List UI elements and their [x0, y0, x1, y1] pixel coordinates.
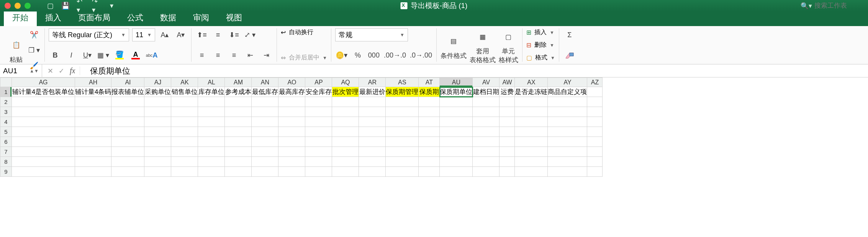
cell-AX6[interactable]	[515, 137, 548, 147]
row-header-4[interactable]: 4	[0, 117, 12, 127]
cell-AR2[interactable]	[359, 97, 386, 107]
number-format-select[interactable]: 常规▼	[335, 28, 408, 41]
cell-AI6[interactable]	[111, 137, 144, 147]
cell-AZ9[interactable]	[587, 167, 603, 177]
cell-AS3[interactable]	[386, 107, 419, 117]
cell-AT1[interactable]: 保质期	[419, 87, 440, 97]
cell-AM8[interactable]	[225, 157, 252, 167]
cell-AO7[interactable]	[278, 147, 305, 157]
cell-AN7[interactable]	[252, 147, 278, 157]
column-header-AV[interactable]: AV	[473, 78, 500, 87]
column-header-AJ[interactable]: AJ	[144, 78, 171, 87]
increase-decimal-icon[interactable]: .00→.0	[383, 49, 406, 62]
select-all-corner[interactable]	[0, 78, 12, 87]
autosave-icon[interactable]: ▢	[46, 2, 54, 10]
column-header-AQ[interactable]: AQ	[332, 78, 359, 87]
cell-AW4[interactable]	[500, 117, 515, 127]
cell-AL2[interactable]	[198, 97, 225, 107]
cell-AL3[interactable]	[198, 107, 225, 117]
decrease-indent-icon[interactable]: ⇤	[244, 49, 257, 62]
paste-icon[interactable]: 📋	[8, 37, 25, 54]
cut-icon[interactable]: ✂️	[28, 28, 41, 41]
cell-AL7[interactable]	[198, 147, 225, 157]
cell-AP7[interactable]	[305, 147, 332, 157]
cell-AW5[interactable]	[500, 127, 515, 137]
column-header-AP[interactable]: AP	[305, 78, 332, 87]
cell-AK3[interactable]	[171, 107, 198, 117]
column-header-AY[interactable]: AY	[548, 78, 587, 87]
cell-AN6[interactable]	[252, 137, 278, 147]
cell-AH7[interactable]	[75, 147, 111, 157]
cell-AS1[interactable]: 保质期管理	[386, 87, 419, 97]
align-middle-icon[interactable]: ≡	[211, 28, 224, 41]
formula-input[interactable]: 保质期单位	[85, 66, 868, 76]
cell-AX2[interactable]	[515, 97, 548, 107]
underline-button[interactable]: U ▾	[81, 49, 94, 62]
cell-AW7[interactable]	[500, 147, 515, 157]
column-header-AS[interactable]: AS	[386, 78, 419, 87]
column-header-AU[interactable]: AU	[440, 78, 473, 87]
conditional-format-button[interactable]: ▤ 条件格式	[441, 33, 467, 60]
cell-AU4[interactable]	[440, 117, 473, 127]
cell-AS7[interactable]	[386, 147, 419, 157]
row-header-7[interactable]: 7	[0, 147, 12, 157]
phonetic-button[interactable]: abcA	[145, 49, 158, 62]
column-header-AM[interactable]: AM	[225, 78, 252, 87]
increase-font-icon[interactable]: A▴	[158, 28, 171, 41]
row-header-8[interactable]: 8	[0, 157, 12, 167]
cell-AH1[interactable]: 辅计量4条码	[75, 87, 111, 97]
cell-AW2[interactable]	[500, 97, 515, 107]
cell-AR7[interactable]	[359, 147, 386, 157]
cell-AK6[interactable]	[171, 137, 198, 147]
cell-AH6[interactable]	[75, 137, 111, 147]
cell-AX9[interactable]	[515, 167, 548, 177]
cell-AZ5[interactable]	[587, 127, 603, 137]
cell-AP8[interactable]	[305, 157, 332, 167]
cell-AP6[interactable]	[305, 137, 332, 147]
cell-AV1[interactable]: 建档日期	[473, 87, 500, 97]
decrease-font-icon[interactable]: A▾	[174, 28, 187, 41]
font-size-select[interactable]: 11▼	[132, 28, 155, 41]
cell-AY2[interactable]	[548, 97, 587, 107]
column-header-AO[interactable]: AO	[278, 78, 305, 87]
copy-icon[interactable]: ❐ ▾	[28, 44, 41, 57]
cell-AM7[interactable]	[225, 147, 252, 157]
cell-AR8[interactable]	[359, 157, 386, 167]
row-header-5[interactable]: 5	[0, 127, 12, 137]
format-cells-button[interactable]: ▢ 格式▼	[526, 54, 555, 62]
cell-AN1[interactable]: 最低库存	[252, 87, 278, 97]
cell-AI5[interactable]	[111, 127, 144, 137]
cell-AK1[interactable]: 销售单位	[171, 87, 198, 97]
column-header-AL[interactable]: AL	[198, 78, 225, 87]
cell-AJ5[interactable]	[144, 127, 171, 137]
cell-AH9[interactable]	[75, 167, 111, 177]
cell-AT9[interactable]	[419, 167, 440, 177]
cell-AQ4[interactable]	[332, 117, 359, 127]
cell-AX8[interactable]	[515, 157, 548, 167]
cell-AT4[interactable]	[419, 117, 440, 127]
cell-AI3[interactable]	[111, 107, 144, 117]
cell-AT2[interactable]	[419, 97, 440, 107]
cell-AI2[interactable]	[111, 97, 144, 107]
cell-AV5[interactable]	[473, 127, 500, 137]
cell-AR1[interactable]: 最新进价	[359, 87, 386, 97]
cell-AL4[interactable]	[198, 117, 225, 127]
orientation-icon[interactable]: ⤢ ▾	[244, 28, 257, 41]
tab-view[interactable]: 视图	[218, 9, 251, 26]
cell-AS9[interactable]	[386, 167, 419, 177]
cell-AR4[interactable]	[359, 117, 386, 127]
cell-AM6[interactable]	[225, 137, 252, 147]
delete-cells-button[interactable]: ⊟ 删除▼	[526, 41, 555, 49]
cell-AG2[interactable]	[12, 97, 75, 107]
cell-AX4[interactable]	[515, 117, 548, 127]
cell-AZ2[interactable]	[587, 97, 603, 107]
cell-AT5[interactable]	[419, 127, 440, 137]
autosum-icon[interactable]: Σ	[563, 28, 576, 41]
cell-AO3[interactable]	[278, 107, 305, 117]
cell-AG4[interactable]	[12, 117, 75, 127]
cell-AP5[interactable]	[305, 127, 332, 137]
cell-AZ6[interactable]	[587, 137, 603, 147]
cell-AG3[interactable]	[12, 107, 75, 117]
tab-data[interactable]: 数据	[152, 9, 185, 26]
cell-AZ3[interactable]	[587, 107, 603, 117]
